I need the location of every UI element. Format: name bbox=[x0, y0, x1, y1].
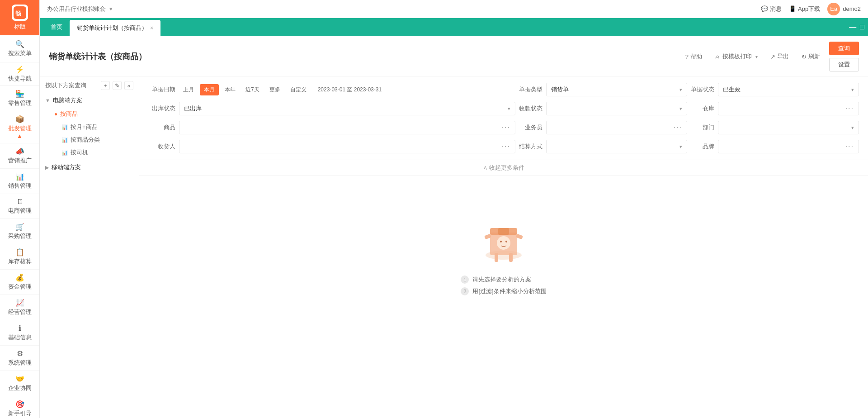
export-button[interactable]: ↗ 导出 bbox=[767, 51, 793, 62]
payment-status-select[interactable]: ▾ bbox=[546, 102, 687, 115]
collapse-conditions-button[interactable]: ∧ 收起更多条件 bbox=[139, 160, 868, 176]
basic-info-label: 基础信息 bbox=[8, 333, 32, 342]
tip-num-2: 2 bbox=[461, 287, 469, 295]
brand-input[interactable]: ··· bbox=[718, 140, 859, 153]
product-input[interactable]: ··· bbox=[179, 121, 515, 134]
driver-label: 按司机 bbox=[71, 148, 88, 157]
filter-field-order-type: 单据类型 销货单 ▾ bbox=[515, 83, 687, 96]
department-label: 部门 bbox=[687, 124, 714, 132]
tree-sub-item-driver[interactable]: 📊 按司机 bbox=[40, 146, 139, 159]
receiver-input[interactable]: ··· bbox=[179, 140, 515, 153]
salesperson-label: 业务员 bbox=[515, 124, 542, 132]
quick-nav-item[interactable]: ⚡ 快捷导航 bbox=[0, 62, 39, 86]
tab-home[interactable]: 首页 bbox=[43, 18, 70, 36]
message-icon: 💬 bbox=[761, 5, 768, 12]
order-type-select[interactable]: 销货单 ▾ bbox=[546, 83, 687, 96]
tree-sub-item-month-product[interactable]: 📊 按月+商品 bbox=[40, 121, 139, 133]
user-name: demo2 bbox=[843, 5, 861, 12]
tab-active[interactable]: 销货单统计计划（按商品） × bbox=[70, 20, 160, 36]
date-tab-custom[interactable]: 自定义 bbox=[286, 84, 311, 95]
date-tab-current-year[interactable]: 本年 bbox=[221, 84, 240, 95]
sidebar-item-basic-info[interactable]: ℹ 基础信息 bbox=[0, 320, 39, 346]
settlement-select[interactable]: ▾ bbox=[546, 140, 687, 153]
empty-tip-2: 2 用[过滤]条件来缩小分析范围 bbox=[461, 287, 546, 295]
sidebar-item-marketing[interactable]: 📣 营销推广 bbox=[0, 143, 39, 169]
sidebar-item-sales[interactable]: 📊 销售管理 bbox=[0, 169, 39, 194]
tab-close-icon[interactable]: × bbox=[150, 25, 153, 31]
date-tab-current-month[interactable]: 本月 bbox=[200, 84, 219, 95]
receiver-label: 收货人 bbox=[148, 142, 175, 151]
tab-minimize-button[interactable]: — bbox=[849, 24, 856, 31]
warehouse-input[interactable]: ··· bbox=[718, 102, 859, 115]
app-logo[interactable]: 畅 标版 bbox=[0, 0, 39, 35]
tree-item-by-product[interactable]: ● 按商品 bbox=[40, 107, 139, 121]
message-label: 消息 bbox=[770, 5, 782, 13]
message-button[interactable]: 💬 消息 bbox=[761, 5, 782, 13]
main-content: 办公用品行业模拟账套 ▾ 💬 消息 📱 App下载 Ea demo2 首页 bbox=[40, 0, 868, 418]
print-button[interactable]: 🖨 按模板打印 ▾ bbox=[711, 51, 761, 62]
empty-illustration bbox=[476, 212, 531, 266]
retail-label: 零售管理 bbox=[8, 99, 32, 107]
user-profile[interactable]: Ea demo2 bbox=[827, 3, 861, 15]
date-tab-7days[interactable]: 近7天 bbox=[241, 84, 264, 95]
sales-label: 销售管理 bbox=[8, 182, 32, 190]
tip-num-1: 1 bbox=[461, 276, 469, 284]
sidebar-item-inventory[interactable]: 📋 库存核算 bbox=[0, 244, 39, 270]
product-dots-icon: ··· bbox=[502, 124, 510, 132]
help-button[interactable]: ? 帮助 bbox=[682, 51, 706, 62]
filter-field-department: 部门 ▾ bbox=[687, 121, 859, 134]
payment-status-label: 收款状态 bbox=[515, 104, 542, 113]
date-tab-more[interactable]: 更多 bbox=[265, 84, 284, 95]
warehouse-status-select[interactable]: 已出库 ▾ bbox=[179, 102, 515, 115]
system-icon: ⚙ bbox=[17, 349, 23, 358]
filter-field-warehouse-status: 出库状态 已出库 ▾ bbox=[148, 102, 515, 115]
tree-section-mobile-header[interactable]: ▶ 移动端方案 bbox=[40, 161, 139, 174]
settings-button[interactable]: 设置 bbox=[829, 58, 859, 71]
filter-field-payment-status: 收款状态 ▾ bbox=[515, 102, 687, 115]
date-tab-last-month[interactable]: 上月 bbox=[179, 84, 198, 95]
tab-maximize-button[interactable]: □ bbox=[860, 24, 864, 31]
tab-home-label: 首页 bbox=[51, 23, 62, 31]
salesperson-input[interactable]: ··· bbox=[546, 121, 687, 134]
tree-sub-item-product-category[interactable]: 📊 按商品分类 bbox=[40, 133, 139, 146]
refresh-button[interactable]: ↻ 刷新 bbox=[798, 51, 824, 62]
edit-scheme-button[interactable]: ✎ bbox=[113, 81, 122, 90]
add-scheme-button[interactable]: + bbox=[101, 81, 110, 90]
ecommerce-icon: 🖥 bbox=[16, 198, 24, 206]
order-status-select[interactable]: 已生效 ▾ bbox=[718, 83, 859, 96]
help-label: 帮助 bbox=[690, 52, 702, 61]
warehouse-dots-icon: ··· bbox=[845, 104, 854, 113]
department-select[interactable]: ▾ bbox=[718, 121, 859, 134]
avatar: Ea bbox=[827, 3, 840, 15]
svg-rect-10 bbox=[509, 253, 513, 262]
help-icon: ? bbox=[685, 53, 689, 60]
collapse-label: ∧ 收起更多条件 bbox=[483, 164, 525, 172]
sidebar-item-guide[interactable]: 🎯 新手引导 bbox=[0, 396, 39, 418]
print-label: 按模板打印 bbox=[722, 52, 752, 61]
sidebar-item-system[interactable]: ⚙ 系统管理 bbox=[0, 346, 39, 371]
collapse-panel-button[interactable]: « bbox=[124, 81, 133, 90]
tree-section-pc-header[interactable]: ▼ 电脑端方案 bbox=[40, 94, 139, 107]
wholesale-label: 批发管理 bbox=[8, 124, 32, 133]
query-button[interactable]: 查询 bbox=[829, 42, 859, 55]
industry-dropdown-icon[interactable]: ▾ bbox=[109, 5, 113, 12]
app-download-button[interactable]: 📱 App下载 bbox=[789, 5, 820, 13]
sidebar-item-ecommerce[interactable]: 🖥 电商管理 bbox=[0, 194, 39, 219]
order-type-value: 销货单 bbox=[551, 86, 569, 94]
tab-bar: 首页 销货单统计计划（按商品） × — □ bbox=[40, 18, 868, 36]
settlement-dropdown-icon: ▾ bbox=[679, 144, 682, 150]
app-subtitle: 标版 bbox=[14, 23, 26, 31]
sidebar-item-management[interactable]: 📈 经营管理 bbox=[0, 295, 39, 320]
date-range-value: 2023-03-01 至 2023-03-31 bbox=[318, 86, 382, 94]
sidebar-item-wholesale[interactable]: 📦 批发管理 ▲ bbox=[0, 111, 39, 143]
mobile-section-label: 移动端方案 bbox=[52, 163, 81, 171]
tree-section-mobile: ▶ 移动端方案 bbox=[40, 161, 139, 174]
sidebar-item-retail[interactable]: 🏪 零售管理 bbox=[0, 86, 39, 111]
search-menu-label: 搜索菜单 bbox=[8, 49, 32, 57]
filter-row-4: 收货人 ··· 结算方式 ▾ bbox=[148, 140, 859, 153]
sidebar-item-enterprise[interactable]: 🤝 企业协同 bbox=[0, 371, 39, 396]
sidebar-item-purchase[interactable]: 🛒 采购管理 bbox=[0, 219, 39, 244]
inventory-icon: 📋 bbox=[15, 248, 24, 256]
sidebar-item-finance[interactable]: 💰 资金管理 bbox=[0, 270, 39, 295]
search-menu-item[interactable]: 🔍 搜索菜单 bbox=[0, 35, 39, 62]
